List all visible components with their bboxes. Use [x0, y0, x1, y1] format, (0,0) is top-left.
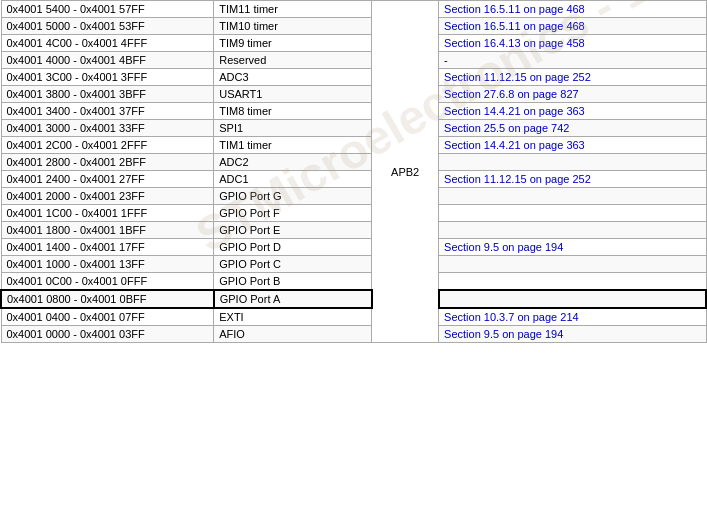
address-cell: 0x4001 1800 - 0x4001 1BFF	[1, 222, 214, 239]
peripheral-cell: EXTI	[214, 308, 372, 326]
reference-link[interactable]: Section 16.5.11 on page 468	[444, 3, 585, 15]
memory-map-table: 0x4001 5400 - 0x4001 57FFTIM11 timerAPB2…	[0, 0, 707, 343]
reference-cell: Section 14.4.21 on page 363	[439, 103, 706, 120]
address-cell: 0x4001 1400 - 0x4001 17FF	[1, 239, 214, 256]
reference-cell: Section 16.5.11 on page 468	[439, 18, 706, 35]
peripheral-cell: ADC2	[214, 154, 372, 171]
reference-cell: Section 11.12.15 on page 252	[439, 171, 706, 188]
peripheral-cell: GPIO Port G	[214, 188, 372, 205]
peripheral-cell: GPIO Port A	[214, 290, 372, 308]
reference-link[interactable]: Section 14.4.21 on page 363	[444, 139, 585, 151]
peripheral-cell: AFIO	[214, 326, 372, 343]
reference-cell	[439, 290, 706, 308]
address-cell: 0x4001 0400 - 0x4001 07FF	[1, 308, 214, 326]
peripheral-cell: ADC3	[214, 69, 372, 86]
reference-link[interactable]: Section 9.5 on page 194	[444, 328, 563, 340]
reference-cell: Section 9.5 on page 194	[439, 239, 706, 256]
address-cell: 0x4001 4000 - 0x4001 4BFF	[1, 52, 214, 69]
peripheral-cell: GPIO Port F	[214, 205, 372, 222]
peripheral-cell: SPI1	[214, 120, 372, 137]
reference-cell	[439, 154, 706, 171]
reference-link[interactable]: Section 14.4.21 on page 363	[444, 105, 585, 117]
reference-link[interactable]: Section 11.12.15 on page 252	[444, 71, 591, 83]
main-container: STMicroelectronics - 19/13 0x4001 5400 -…	[0, 0, 707, 343]
reference-cell: Section 10.3.7 on page 214	[439, 308, 706, 326]
reference-link[interactable]: Section 16.5.11 on page 468	[444, 20, 585, 32]
reference-cell: Section 25.5 on page 742	[439, 120, 706, 137]
peripheral-cell: USART1	[214, 86, 372, 103]
peripheral-cell: Reserved	[214, 52, 372, 69]
bus-cell: APB2	[372, 1, 439, 343]
reference-link[interactable]: Section 25.5 on page 742	[444, 122, 569, 134]
address-cell: 0x4001 3400 - 0x4001 37FF	[1, 103, 214, 120]
address-cell: 0x4001 5000 - 0x4001 53FF	[1, 18, 214, 35]
reference-link[interactable]: Section 11.12.15 on page 252	[444, 173, 591, 185]
address-cell: 0x4001 4C00 - 0x4001 4FFF	[1, 35, 214, 52]
reference-cell	[439, 256, 706, 273]
reference-cell: -	[439, 52, 706, 69]
reference-cell: Section 14.4.21 on page 363	[439, 137, 706, 154]
address-cell: 0x4001 1000 - 0x4001 13FF	[1, 256, 214, 273]
address-cell: 0x4001 2C00 - 0x4001 2FFF	[1, 137, 214, 154]
address-cell: 0x4001 2800 - 0x4001 2BFF	[1, 154, 214, 171]
reference-cell	[439, 273, 706, 291]
address-cell: 0x4001 3800 - 0x4001 3BFF	[1, 86, 214, 103]
peripheral-cell: GPIO Port B	[214, 273, 372, 291]
peripheral-cell: GPIO Port D	[214, 239, 372, 256]
reference-cell	[439, 205, 706, 222]
address-cell: 0x4001 3000 - 0x4001 33FF	[1, 120, 214, 137]
reference-link[interactable]: Section 10.3.7 on page 214	[444, 311, 579, 323]
reference-link[interactable]: Section 27.6.8 on page 827	[444, 88, 579, 100]
address-cell: 0x4001 0800 - 0x4001 0BFF	[1, 290, 214, 308]
reference-link[interactable]: Section 16.4.13 on page 458	[444, 37, 585, 49]
peripheral-cell: GPIO Port C	[214, 256, 372, 273]
peripheral-cell: TIM9 timer	[214, 35, 372, 52]
address-cell: 0x4001 2400 - 0x4001 27FF	[1, 171, 214, 188]
peripheral-cell: TIM10 timer	[214, 18, 372, 35]
address-cell: 0x4001 1C00 - 0x4001 1FFF	[1, 205, 214, 222]
address-cell: 0x4001 3C00 - 0x4001 3FFF	[1, 69, 214, 86]
reference-cell: Section 27.6.8 on page 827	[439, 86, 706, 103]
address-cell: 0x4001 0C00 - 0x4001 0FFF	[1, 273, 214, 291]
address-cell: 0x4001 5400 - 0x4001 57FF	[1, 1, 214, 18]
address-cell: 0x4001 0000 - 0x4001 03FF	[1, 326, 214, 343]
reference-cell: Section 16.4.13 on page 458	[439, 35, 706, 52]
reference-cell: Section 9.5 on page 194	[439, 326, 706, 343]
peripheral-cell: TIM11 timer	[214, 1, 372, 18]
peripheral-cell: TIM1 timer	[214, 137, 372, 154]
reference-cell	[439, 188, 706, 205]
reference-link[interactable]: Section 9.5 on page 194	[444, 241, 563, 253]
reference-cell	[439, 222, 706, 239]
peripheral-cell: GPIO Port E	[214, 222, 372, 239]
peripheral-cell: ADC1	[214, 171, 372, 188]
reference-cell: Section 16.5.11 on page 468	[439, 1, 706, 18]
address-cell: 0x4001 2000 - 0x4001 23FF	[1, 188, 214, 205]
peripheral-cell: TIM8 timer	[214, 103, 372, 120]
reference-cell: Section 11.12.15 on page 252	[439, 69, 706, 86]
